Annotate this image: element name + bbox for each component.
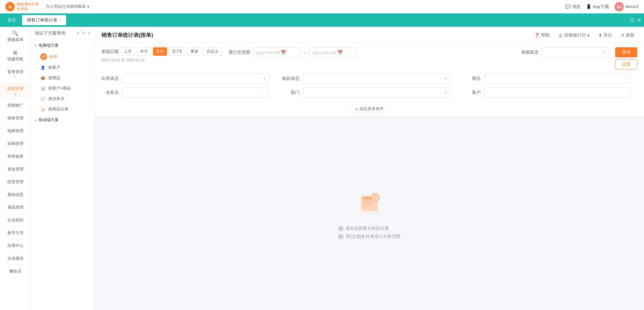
- page-actions: ❓ 帮助 🖨 按模板打印 ▾ ⬆ 导出 ↺ 刷新: [532, 31, 637, 40]
- collapse-scheme-icon[interactable]: «: [88, 30, 90, 36]
- help-icon: ❓: [534, 33, 540, 38]
- empty-svg: ?: [353, 186, 386, 219]
- tab-sales-order[interactable]: 销售订单统计表 ×: [22, 15, 66, 25]
- date-btn-more[interactable]: 更多: [187, 47, 202, 56]
- user-profile[interactable]: Ea demo2: [614, 2, 639, 11]
- date-separator: —: [303, 50, 307, 55]
- sidebar-item-member[interactable]: 畅会员: [0, 265, 31, 278]
- page-header: 销售订单统计表(按单) ❓ 帮助 🖨 按模板打印 ▾ ⬆ 导出: [95, 27, 644, 43]
- scheme-item-by-salesperson[interactable]: 📈 按业务员: [31, 94, 94, 104]
- sidebar-item-wechat[interactable]: 企业微信: [0, 252, 31, 265]
- customer-field: 客户 ···: [463, 88, 637, 98]
- delivery-field: 出库状态 ▾: [101, 73, 275, 84]
- collapse-bar: ∧ 收起更多条件: [95, 102, 644, 116]
- scheme-item-by-order[interactable]: 按 按单: [31, 51, 94, 62]
- sidebar: 🔍 搜索菜单 ⊞ 快捷导航 零售管理 ▾ 批发管理 ▴ 营销推广 销售管理 电商…: [0, 27, 31, 310]
- mobile-group-title[interactable]: ▸ 移动端方案: [31, 114, 94, 125]
- goods-field: 商品 ···: [463, 73, 637, 84]
- sidebar-item-quick-nav[interactable]: ⊞ 快捷导航: [0, 46, 31, 66]
- query-btn-group: 查询 设置: [615, 47, 637, 69]
- help-button[interactable]: ❓ 帮助: [532, 31, 552, 40]
- refresh-icon: ↺: [621, 33, 625, 38]
- status-select[interactable]: ▾: [541, 47, 608, 57]
- expected-date-start[interactable]: yyyy-mm-dd 📅: [253, 47, 300, 57]
- sidebar-item-finance[interactable]: 资金管理: [0, 163, 31, 176]
- sidebar-item-enterprise[interactable]: 企业协同: [0, 214, 31, 227]
- expected-date-section: 预计交货期 yyyy-mm-dd 📅 — yyyy-mm-dd 📅: [228, 47, 515, 57]
- sidebar-item-wholesale[interactable]: 批发管理 ▴: [0, 83, 31, 99]
- filter-inner: 单据日期 上月 本月 本年 近7天 更多 自定义 2023-01-01 至 20…: [95, 43, 644, 98]
- date-buttons-row: 单据日期 上月 本月 本年 近7天 更多 自定义: [101, 47, 222, 56]
- query-button[interactable]: 查询: [615, 47, 637, 57]
- settings-button[interactable]: 设置: [615, 59, 637, 69]
- avatar: Ea: [614, 2, 624, 11]
- logo-area: 财 畅捷通好生意 标准版: [5, 2, 39, 11]
- sidebar-item-newbie[interactable]: 新手引导: [0, 227, 31, 240]
- app-selector[interactable]: 办公用品行业模拟账套 ▾: [46, 4, 89, 9]
- sidebar-item-retail[interactable]: 零售管理 ▾: [0, 66, 31, 83]
- collapse-button[interactable]: ∧ 收起更多条件: [351, 104, 388, 113]
- payment-field: 收款状态 ▾: [282, 73, 456, 84]
- sidebar-item-inventory[interactable]: 库存核算: [0, 150, 31, 163]
- add-scheme-icon[interactable]: +: [76, 30, 79, 36]
- scheme-item-by-goods[interactable]: 📦 按商品: [31, 73, 94, 83]
- date-btn-last-month[interactable]: 上月: [121, 47, 135, 56]
- export-button[interactable]: ⬆ 导出: [596, 31, 615, 40]
- scheme-item-by-customer[interactable]: 👤 按客户: [31, 62, 94, 73]
- sidebar-item-operations[interactable]: 经营管理: [0, 176, 31, 189]
- chevron-down-icon: ▾: [14, 75, 16, 79]
- calendar-icon-end: 📅: [337, 50, 343, 55]
- chevron-down-icon: ▾: [603, 50, 605, 55]
- scheme-panel: 按以下方案查询 + ✎ « ▾ 电脑端方案 按 按单 👤: [31, 27, 95, 310]
- scheme-item-by-customer-goods[interactable]: 📊 按客户+商品: [31, 83, 94, 94]
- sidebar-item-sales[interactable]: 销售管理: [0, 112, 31, 125]
- empty-state: ? 1 请先选择要分析的方案 2 用[过滤]条件来缩小分析范围: [95, 117, 644, 310]
- delivery-select[interactable]: ▾: [122, 73, 269, 84]
- messages-button[interactable]: 💬 消息: [565, 4, 581, 10]
- mobile-scheme-group: ▸ 移动端方案: [31, 114, 94, 125]
- chevron-down-icon: ▾: [444, 76, 447, 81]
- sidebar-item-basic[interactable]: 基础信息: [0, 189, 31, 201]
- department-select[interactable]: ▾: [303, 88, 449, 98]
- salesperson-input[interactable]: ···: [122, 88, 269, 98]
- tab-bar: 首页 销售订单统计表 × ⊡ ✕: [0, 13, 644, 27]
- header-right: 💬 消息 📱 App下载 Ea demo2: [565, 2, 639, 11]
- tab-home[interactable]: 首页: [3, 15, 21, 25]
- template-print-button[interactable]: 🖨 按模板打印 ▾: [556, 31, 592, 40]
- pc-group-title[interactable]: ▾ 电脑端方案: [31, 40, 94, 51]
- sidebar-item-marketing[interactable]: 营销推广: [0, 99, 31, 112]
- goods-scheme-icon: 📦: [40, 75, 46, 81]
- svg-text:?: ?: [374, 196, 376, 199]
- sidebar-item-purchase[interactable]: 采购管理: [0, 138, 31, 150]
- payment-select[interactable]: ▾: [303, 73, 449, 84]
- sidebar-item-apps[interactable]: 应用中心: [0, 240, 31, 252]
- date-btn-custom[interactable]: 自定义: [204, 47, 222, 56]
- arrow-down-icon: ▾: [35, 44, 37, 47]
- edit-scheme-icon[interactable]: ✎: [82, 30, 86, 36]
- empty-tip-2: 2 用[过滤]条件来缩小分析范围: [338, 234, 400, 240]
- main-content: 销售订单统计表(按单) ❓ 帮助 🖨 按模板打印 ▾ ⬆ 导出: [95, 27, 644, 310]
- goods-input[interactable]: ···: [484, 73, 631, 84]
- date-btn-this-year[interactable]: 本年: [153, 47, 167, 56]
- page-title: 销售订单统计表(按单): [101, 32, 153, 39]
- status-section: 单据状态 ▾: [521, 47, 608, 57]
- expected-date-end[interactable]: yyyy-mm-dd 📅: [310, 47, 357, 57]
- customer-input[interactable]: ···: [484, 88, 631, 98]
- refresh-button[interactable]: ↺ 刷新: [618, 31, 637, 40]
- app-download-button[interactable]: 📱 App下载: [586, 4, 609, 10]
- sidebar-item-system[interactable]: 系统管理: [0, 201, 31, 214]
- content-area: 按以下方案查询 + ✎ « ▾ 电脑端方案 按 按单 👤: [31, 27, 644, 310]
- chevron-down-icon: ▾: [87, 4, 89, 9]
- tab-close-icon[interactable]: ×: [59, 18, 61, 22]
- goods-category-scheme-icon: 🗂: [40, 107, 46, 112]
- window-restore-icon[interactable]: ⊡: [630, 17, 634, 23]
- date-btn-this-month[interactable]: 本月: [137, 47, 151, 56]
- date-btn-last-7days[interactable]: 近7天: [169, 47, 185, 56]
- sidebar-item-search[interactable]: 🔍 搜索菜单: [0, 27, 31, 46]
- sidebar-item-ecommerce[interactable]: 电商管理: [0, 125, 31, 138]
- main-layout: 🔍 搜索菜单 ⊞ 快捷导航 零售管理 ▾ 批发管理 ▴ 营销推广 销售管理 电商…: [0, 27, 644, 310]
- empty-tips: 1 请先选择要分析的方案 2 用[过滤]条件来缩小分析范围: [338, 225, 400, 242]
- chevron-down-icon: ▾: [263, 76, 266, 81]
- window-close-icon[interactable]: ✕: [637, 17, 641, 23]
- scheme-item-by-goods-category[interactable]: 🗂 按商品分类: [31, 104, 94, 114]
